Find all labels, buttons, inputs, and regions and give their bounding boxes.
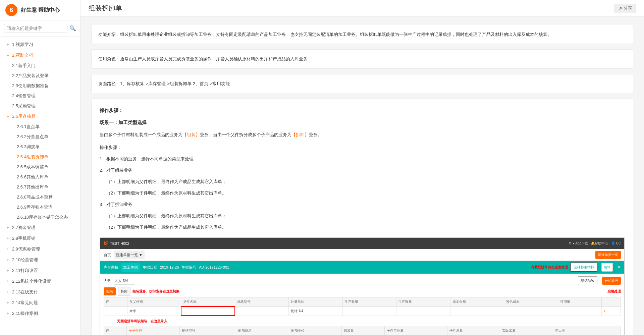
intro-block: 功能介绍：组装拆卸单用来处理企业组装或拆卸等加工业务，支持有固定装配清单的产品加… [91,25,633,44]
steps-title: 操作步骤： [100,106,625,115]
sidebar-item-2610[interactable]: 2.6.10库存账本错了怎么办 [0,212,80,222]
sidebar-item-newbie[interactable]: 2.1新手入门 [0,61,80,71]
share-label: 分享 [624,5,632,11]
sidebar-item-267[interactable]: 2.6.7其他出库单 [0,182,80,192]
sidebar-item-coupon[interactable]: + 2.9优惠券管理 [0,244,80,255]
intro-text: 功能介绍：组装拆卸单用来处理企业组装或拆卸等加工业务，支持有固定装配清单的产品加… [98,31,626,38]
sidebar-item-mobile[interactable]: + 2.8手机旺铺 [0,233,80,244]
sidebar-item-266[interactable]: 2.6.6其他入库单 [0,172,80,182]
sidebar-item-264[interactable]: 2.6.4组装拆卸单 [0,152,80,162]
minus-orange-icon: − [5,114,10,119]
sidebar-header: 6 好生意 帮助中心 [0,0,80,20]
sidebar-item-cases[interactable]: + 2.15操作案例 [0,308,80,319]
sidebar-item-video[interactable]: + 1.视频学习 [0,39,80,50]
sidebar-item-install[interactable]: 2.2产品安装及登录 [0,71,80,81]
sidebar-item-sales[interactable]: 2.4销售管理 [0,91,80,101]
mock-fields-row: 人数 大人 3/4 筛选品项 开始处理 [104,276,621,285]
sidebar-item-video-label: 1.视频学习 [12,42,33,48]
sidebar-item-print[interactable]: + 2.11打印设置 [0,265,80,276]
mock-parent-table: 序 父父件码 父件名称 规格型号 计量单位 生产数量 生产数量 成本金额 预估成 [104,297,621,316]
mock-nav-neworder: 新建单据一览 ▼ [114,250,145,259]
mock-test-id: TEST-H002 [110,240,129,247]
sidebar-item-262[interactable]: 2.6.2分量盘点单 [0,132,80,142]
step-subtitle: 操作步骤： [100,143,625,152]
sidebar-item-269[interactable]: 2.6.9库存账本查询 [0,202,80,212]
minus-icon: − [5,53,10,58]
mock-orderno-label: 单据编号 [181,264,196,271]
sidebar-item-helpdocs-label: 2.帮助文档 [12,52,33,58]
sidebar-item-dataprep[interactable]: 2.3使用前数据准备 [0,81,80,91]
sidebar-item-faq[interactable]: + 2.14常见问题 [0,297,80,308]
plus-icon4: + [5,247,10,252]
logo-icon: 6 [5,4,17,16]
path-text: 页面路径：1、库存核算->库存管理->组装拆卸单 2、首页->常用功能 [98,80,626,88]
sidebar-item-system[interactable]: + 2.12系统个性化设置 [0,276,80,287]
sidebar-item-purchase[interactable]: 2.5采购管理 [0,101,80,111]
mock-child-table: 序 子子件码 规格型号 附加信息 附加单位 附加量 子件单位量 子件总量 实际出 [104,326,621,335]
share-icon: ↗ [618,6,622,11]
mock-form-header: 库存调拨 加工单据 单据日期 2019-12-26 单据编号 AD-201912… [100,261,624,274]
mock-edit-btn[interactable]: 编辑 [601,263,613,272]
mock-select-std-btn[interactable]: 选择标准物料 [571,263,597,272]
search-box: 🔍 [0,20,80,37]
sidebar-item-payment[interactable]: + 2.13在线支付 [0,287,80,297]
mock-new-btn: 新建单据一览 [595,251,621,259]
mock-field-label1: 人数 [104,277,111,284]
topbar: 组装拆卸单 ↗ 分享 [80,0,644,17]
plus-icon10: + [5,311,10,316]
content-area: 功能介绍：组装拆卸单用来处理企业组装或拆卸等加工业务，支持有固定装配清单的产品加… [80,17,644,335]
scene-title: 场景一：加工类型选择 [100,118,625,127]
col-parent-code: 父父件码 [127,297,181,307]
sidebar-item-helpdocs[interactable]: − 2.帮助文档 [0,50,80,61]
step2: 2、对于组装业务 [100,166,625,175]
sidebar-item-finance[interactable]: + 2.7资金管理 [0,222,80,233]
step3-2: （2）下部明细为子件明细，最终作为产成品生成其它入库单。 [100,223,625,232]
annotation4-wrapper: 无固定清单可以组装，在这里录入 [117,317,621,325]
share-button[interactable]: ↗ 分享 [614,4,636,13]
step2-1: （1）上部明细为父件明细，最终作为产成品生成其它入库单； [100,177,625,186]
col-seq: 序 [104,297,127,307]
steps-block: 操作步骤： 场景一：加工类型选择 当由多个子件材料组装成一个成品的业务为【组装】… [91,99,633,335]
mock-form-subtitle: 加工单据 [121,263,140,272]
mock-save-btn[interactable]: 开始处理 [602,277,621,285]
col-unit: 计量单位 [289,297,343,307]
plus-icon2: + [5,225,10,230]
col-parent-name: 父件名称 [181,297,235,307]
col-action [601,297,621,307]
plus-icon9: + [5,300,10,305]
main-panel: 组装拆卸单 ↗ 分享 功能介绍：组装拆卸单用来处理企业组装或拆卸等加工业务，支持… [80,0,644,335]
sidebar-item-inventory[interactable]: − 2.6库存核算 [0,111,80,122]
search-icon[interactable]: 🔍 [69,25,76,32]
search-input[interactable] [4,24,67,33]
mock-child-table-wrapper: 序 子子件码 规格型号 附加信息 附加单位 附加量 子件单位量 子件总量 实际出 [104,326,621,335]
mock-date-label: 单据日期 [143,264,157,271]
role-text: 使用角色：通常由生产人员或库管人员完成拆装业务的操作，库管人员确认原材料的出库和… [98,55,626,63]
sidebar-item-261[interactable]: 2.6.1盘点单 [0,122,80,132]
screenshot-container: 好 TEST-H002 ⚙ ● App下载 🔔帮助中心 👤 CC 自页 新建单据… [100,237,625,335]
sidebar-item-263[interactable]: 2.6.3调拨单 [0,142,80,152]
scene-desc: 当由多个子件材料组装成一个成品的业务为【组装】业务，当由一个父件拆分成多个子产品… [100,130,625,139]
site-title: 好生意 帮助中心 [21,7,60,14]
plus-icon: + [5,42,10,47]
annotation4-text: 无固定清单可以组装，在这里录入 [117,319,167,323]
mock-tabs-row: 组装 拆卸 组装业务、拆卸业务在这里切换 启用处理 [104,287,621,296]
plus-icon6: + [5,268,10,273]
mock-field-val1: 大人 3/4 [114,277,135,285]
mock-filter-btn[interactable]: 筛选品项 [578,276,597,285]
sidebar-item-265[interactable]: 2.6.5成本调整单 [0,162,80,172]
plus-icon5: + [5,258,10,262]
sidebar-item-operation[interactable]: + 2.10经营管理 [0,255,80,265]
table-row: 1 米米 统计 1/4 [104,306,621,316]
mock-logo: 好 [104,239,108,248]
plus-icon7: + [5,279,10,284]
mock-tab-disassemble[interactable]: 拆卸 [118,287,130,296]
annotation1-text: 有装配清单的在这里处理 [531,264,568,271]
mock-orderno-val: AD-20191226-001 [199,264,229,271]
mock-tab-assemble[interactable]: 组装 [104,287,116,295]
mock-close-btn[interactable]: ✕ [618,263,621,271]
sidebar-item-268[interactable]: 2.6.8商品成本重算 [0,192,80,202]
plus-icon8: + [5,290,10,294]
step3: 3、对于拆卸业务 [100,200,625,209]
step1: 1、根据不同的业务，选择不同单据的类型来处理 [100,155,625,163]
step2-2: （2）下部明细为子件明细，最终作为原材料生成其它出库单。 [100,189,625,198]
